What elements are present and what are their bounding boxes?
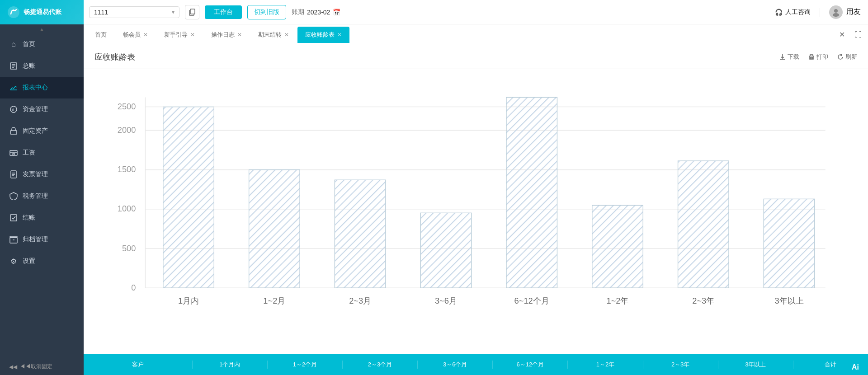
switch-version-button[interactable]: 切到旧版: [247, 5, 286, 19]
sidebar-item-ledger[interactable]: 总账: [0, 55, 84, 77]
svg-text:1~2月: 1~2月: [263, 296, 285, 305]
sidebar-scroll-up[interactable]: ▲: [0, 24, 84, 33]
consult-area[interactable]: 🎧 人工咨询: [775, 8, 811, 16]
sidebar-item-settings[interactable]: ⚙ 设置: [0, 250, 84, 272]
svg-rect-52: [592, 205, 643, 288]
home-icon: ⌂: [9, 40, 18, 49]
sidebar-label-invoice: 发票管理: [23, 170, 48, 178]
period-label: 账期: [292, 8, 304, 16]
logo-text: 畅捷通易代账: [24, 8, 61, 16]
sidebar-label-reports: 报表中心: [23, 84, 48, 92]
user-name: 用友: [846, 7, 861, 17]
tab-close-member[interactable]: ✕: [143, 32, 148, 38]
svg-text:0: 0: [131, 283, 136, 292]
user-area[interactable]: 用友: [829, 5, 861, 19]
sidebar-item-reports[interactable]: 报表中心: [0, 77, 84, 98]
th-1-2year: 1～2年: [568, 361, 643, 369]
company-selector[interactable]: 1111 ▾: [89, 6, 179, 18]
svg-text:1月内: 1月内: [178, 296, 199, 305]
period-value: 2023-02: [307, 9, 330, 16]
workbench-button[interactable]: 工作台: [205, 5, 242, 19]
aging-chart: 0 500 1000 1500 2000 2500: [94, 76, 857, 347]
svg-rect-42: [163, 107, 214, 288]
tab-home[interactable]: 首页: [87, 27, 114, 43]
refresh-icon: [837, 54, 844, 60]
svg-rect-23: [10, 236, 17, 238]
sidebar: ▲ ⌂ 首页 总账 报表中心: [0, 24, 84, 375]
svg-point-1: [13, 9, 14, 11]
svg-rect-21: [10, 215, 17, 221]
svg-rect-46: [335, 180, 385, 288]
sidebar-item-salary[interactable]: 工资: [0, 142, 84, 164]
ledger-icon: [9, 61, 18, 70]
sidebar-label-tax: 税务管理: [23, 192, 48, 200]
tab-guide[interactable]: 新手引导 ✕: [156, 27, 203, 43]
main-layout: ▲ ⌂ 首页 总账 报表中心: [0, 24, 868, 375]
tax-icon: [9, 192, 18, 201]
page-header: 应收账龄表 下载: [84, 45, 868, 69]
sidebar-label-ledger: 总账: [23, 62, 35, 70]
sidebar-item-archive[interactable]: 归档管理: [0, 229, 84, 250]
expand-tab-action[interactable]: ⛶: [852, 28, 864, 41]
refresh-label: 刷新: [845, 53, 857, 61]
assets-icon: [9, 127, 18, 136]
tab-bar: 首页 畅会员 ✕ 新手引导 ✕ 操作日志 ✕ 期末结转 ✕ 应收账龄表 ✕: [84, 24, 868, 45]
download-button[interactable]: 下载: [779, 53, 799, 61]
avatar: [829, 5, 843, 19]
svg-text:1~2年: 1~2年: [607, 296, 629, 305]
sidebar-label-checkout: 结账: [23, 214, 35, 222]
svg-text:1500: 1500: [118, 164, 136, 174]
chevron-down-icon: ▾: [172, 9, 175, 15]
sidebar-item-tax[interactable]: 税务管理: [0, 185, 84, 207]
chart-container: 0 500 1000 1500 2000 2500: [94, 76, 857, 347]
page-title: 应收账龄表: [94, 52, 135, 62]
svg-point-5: [833, 13, 839, 17]
table-header: 客户 1个月内 1～2个月 2～3个月 3～6个月 6～12个月 1～2年 2～…: [84, 354, 868, 375]
cancel-fixed[interactable]: ◀◀ ◀◀取消固定: [0, 358, 84, 375]
refresh-button[interactable]: 刷新: [837, 53, 857, 61]
svg-rect-3: [190, 9, 195, 14]
sidebar-item-invoice[interactable]: 发票管理: [0, 164, 84, 185]
tab-oplog[interactable]: 操作日志 ✕: [203, 27, 250, 43]
sidebar-item-checkout[interactable]: 结账: [0, 207, 84, 229]
copy-button[interactable]: [185, 5, 199, 19]
download-icon: [779, 54, 786, 60]
consult-label: 人工咨询: [785, 8, 811, 16]
tab-close-ar-aging[interactable]: ✕: [337, 32, 342, 38]
th-6-12month: 6～12个月: [493, 361, 568, 369]
calendar-icon[interactable]: 📅: [333, 9, 340, 16]
logo-icon: [7, 6, 20, 19]
cancel-fixed-label: ◀◀取消固定: [20, 363, 52, 370]
svg-rect-48: [420, 213, 471, 288]
tab-period-end[interactable]: 期末结转 ✕: [250, 27, 297, 43]
sidebar-item-assets[interactable]: 固定资产: [0, 120, 84, 142]
sidebar-item-funds[interactable]: ¥ 资金管理: [0, 98, 84, 120]
tab-close-guide[interactable]: ✕: [190, 32, 195, 38]
tab-label-member: 畅会员: [123, 31, 141, 39]
tab-label-home: 首页: [95, 31, 107, 39]
svg-text:2~3年: 2~3年: [692, 296, 714, 305]
tab-close-period-end[interactable]: ✕: [284, 32, 289, 38]
tab-member[interactable]: 畅会员 ✕: [115, 27, 156, 43]
headset-icon: 🎧: [775, 9, 783, 16]
tab-close-oplog[interactable]: ✕: [237, 32, 242, 38]
ai-badge[interactable]: Ai: [843, 360, 868, 375]
sidebar-item-home[interactable]: ⌂ 首页: [0, 33, 84, 55]
close-tab-action[interactable]: ✕: [835, 28, 848, 41]
print-button[interactable]: 打印: [808, 53, 828, 61]
svg-text:500: 500: [122, 244, 136, 253]
print-label: 打印: [816, 53, 828, 61]
th-2-3month: 2～3个月: [343, 361, 418, 369]
svg-text:6~12个月: 6~12个月: [514, 296, 549, 305]
chart-section: 0 500 1000 1500 2000 2500: [84, 69, 868, 354]
svg-rect-13: [10, 131, 17, 134]
tab-ar-aging[interactable]: 应收账龄表 ✕: [297, 27, 349, 43]
sidebar-label-archive: 归档管理: [23, 235, 48, 244]
tab-label-oplog: 操作日志: [211, 31, 235, 39]
svg-text:2~3月: 2~3月: [349, 296, 371, 305]
top-header: 畅捷通易代账 1111 ▾ 工作台 切到旧版 账期 2023-02 📅 🎧 人工…: [0, 0, 868, 24]
th-customer: 客户: [84, 361, 193, 369]
sidebar-label-salary: 工资: [23, 149, 35, 157]
print-icon: [808, 54, 815, 60]
sidebar-label-assets: 固定资产: [23, 127, 48, 135]
